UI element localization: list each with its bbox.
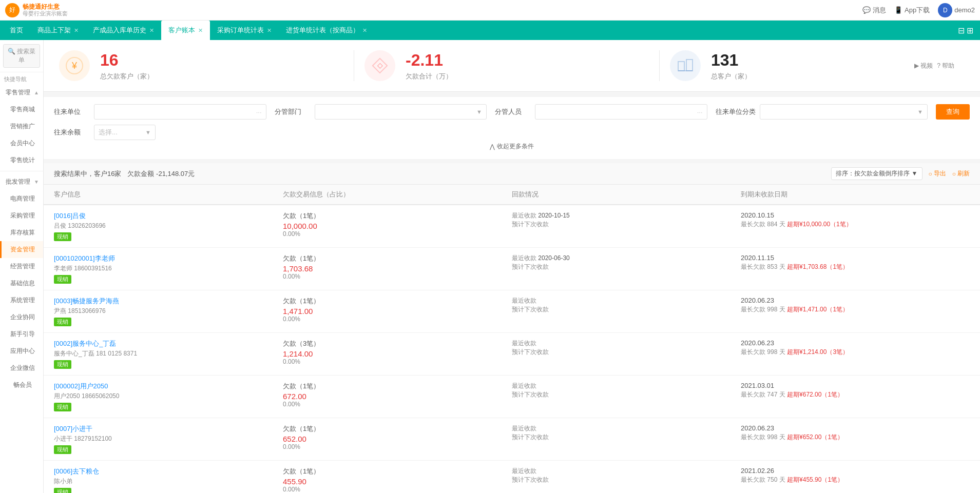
tab-products[interactable]: 商品上下架 ✕ bbox=[30, 21, 86, 40]
tab-purchase-order[interactable]: 采购订单统计表 ✕ bbox=[210, 21, 279, 40]
sidebar-item-basic-info[interactable]: 基础信息 bbox=[0, 275, 43, 292]
help-icon: ? bbox=[937, 62, 940, 69]
sidebar-item-ecommerce[interactable]: 电商管理 bbox=[0, 190, 43, 207]
customer-tag-3: 现销 bbox=[54, 360, 71, 369]
max-overdue-5: 最长欠款 998 天 超期¥652.00（1笔） bbox=[741, 433, 970, 442]
sidebar-item-enterprise-wechat[interactable]: 企业微信 bbox=[0, 360, 43, 377]
help-button[interactable]: ? 帮助 bbox=[937, 62, 954, 70]
stat-info-total: 131 总客户（家） bbox=[711, 51, 904, 81]
last-collection-6: 最近收款 bbox=[512, 467, 741, 476]
sidebar-item-system-mgmt[interactable]: 系统管理 bbox=[0, 292, 43, 309]
debt-info-2: 欠款（1笔） 1,471.00 0.00% bbox=[283, 297, 512, 323]
tab-stock-report[interactable]: 进货单统计表（按商品） ✕ bbox=[279, 21, 374, 40]
overdue-link-6[interactable]: 超期¥455.90（1笔） bbox=[787, 476, 843, 483]
debt-count-1: 欠款（1笔） bbox=[283, 254, 512, 263]
sidebar-item-member-center[interactable]: 会员中心 bbox=[0, 135, 43, 152]
customer-name-1[interactable]: [0001020001]李老师 bbox=[54, 254, 115, 262]
overdue-link-4[interactable]: 超期¥672.00（1笔） bbox=[787, 391, 843, 398]
close-stock-report-icon[interactable]: ✕ bbox=[362, 27, 367, 34]
stat-actions: ▶ 视频 ? 帮助 bbox=[914, 62, 954, 70]
customer-info-3: [0002]服务中心_丁磊 服务中心_丁磊 181 0125 8371 现销 bbox=[54, 339, 283, 369]
tab-products-label: 商品上下架 bbox=[37, 26, 71, 35]
next-collection-4: 预计下次收款 bbox=[512, 390, 741, 399]
header-customer-info: 客户信息 bbox=[54, 190, 283, 199]
debt-info-4: 欠款（1笔） 672.00 0.00% bbox=[283, 382, 512, 408]
customer-name-6[interactable]: [0006]去下粮仓 bbox=[54, 467, 99, 475]
last-collection-5: 最近收款 bbox=[512, 424, 741, 433]
video-button[interactable]: ▶ 视频 bbox=[914, 62, 933, 70]
customer-name-0[interactable]: [0016]吕俊 bbox=[54, 212, 86, 220]
export-icon: ○ bbox=[929, 170, 932, 178]
stat-label-debt: 欠款合计（万） bbox=[406, 72, 649, 81]
sidebar-item-marketing[interactable]: 营销推广 bbox=[0, 118, 43, 135]
overdue-link-2[interactable]: 超期¥1,471.00（1笔） bbox=[787, 306, 849, 313]
customer-phone-1: 李老师 18600391516 bbox=[54, 264, 283, 273]
close-products-icon[interactable]: ✕ bbox=[74, 27, 79, 34]
sidebar-item-retail-store[interactable]: 零售商城 bbox=[0, 101, 43, 118]
export-button[interactable]: ○ 导出 bbox=[929, 169, 946, 178]
search-button[interactable]: 查询 bbox=[936, 104, 970, 120]
filter-select-dept[interactable]: ▼ bbox=[315, 104, 487, 120]
filter-select-balance[interactable]: 选择... ▼ bbox=[94, 125, 156, 140]
sidebar-item-purchase-mgmt[interactable]: 采购管理 bbox=[0, 207, 43, 224]
customer-tag-0: 现销 bbox=[54, 232, 71, 241]
close-customer-account-icon[interactable]: ✕ bbox=[198, 27, 203, 34]
tab-production[interactable]: 产成品入库单历史 ✕ bbox=[86, 21, 161, 40]
customer-name-3[interactable]: [0002]服务中心_丁磊 bbox=[54, 340, 116, 347]
stat-card-total: 131 总客户（家） ▶ 视频 ? 帮助 bbox=[660, 50, 965, 81]
overdue-link-0[interactable]: 超期¥10,000.00（1笔） bbox=[787, 221, 852, 228]
sidebar-item-retail-mgmt[interactable]: 零售管理▲ bbox=[0, 84, 43, 101]
sidebar-item-ops-mgmt[interactable]: 经营管理 bbox=[0, 258, 43, 275]
user-menu[interactable]: D demo2 bbox=[938, 3, 975, 17]
app-download-button[interactable]: 📱 App下载 bbox=[894, 6, 930, 15]
customer-name-2[interactable]: [0003]畅捷服务尹海燕 bbox=[54, 297, 119, 305]
sidebar-item-app-center[interactable]: 应用中心 bbox=[0, 343, 43, 360]
message-icon: 💬 bbox=[862, 6, 871, 14]
window-restore-icon[interactable]: ⊟ bbox=[958, 26, 965, 35]
collapse-button[interactable]: ⋀ 收起更多条件 bbox=[490, 142, 534, 151]
results-bar: 搜索结果中，客户16家 欠款金额 -21,148.07元 排序：按欠款金额倒序排… bbox=[44, 163, 980, 185]
message-button[interactable]: 💬 消息 bbox=[862, 6, 886, 15]
store-selector[interactable]: 母婴行业演示账套 bbox=[23, 10, 68, 17]
tab-production-label: 产成品入库单历史 bbox=[93, 26, 146, 35]
sidebar-item-capital-mgmt[interactable]: 资金管理 bbox=[0, 241, 43, 258]
overdue-link-5[interactable]: 超期¥652.00（1笔） bbox=[787, 433, 843, 441]
balance-dropdown-icon: ▼ bbox=[145, 129, 151, 135]
sidebar-item-inventory[interactable]: 库存核算 bbox=[0, 224, 43, 241]
sidebar-item-vip-member[interactable]: 畅会员 bbox=[0, 377, 43, 393]
max-overdue-2: 最长欠款 998 天 超期¥1,471.00（1笔） bbox=[741, 305, 970, 314]
tab-customer-account[interactable]: 客户账本 ✕ bbox=[161, 21, 210, 40]
sidebar-item-batch-mgmt[interactable]: 批发管理▼ bbox=[0, 173, 43, 190]
sort-select[interactable]: 排序：按欠款金额倒序排序 ▼ bbox=[831, 167, 922, 180]
customer-name-5[interactable]: [0007]小进干 bbox=[54, 425, 92, 432]
header-collection: 回款情况 bbox=[512, 190, 741, 199]
overdue-link-3[interactable]: 超期¥1,214.00（3笔） bbox=[787, 348, 849, 356]
filter-input-unit[interactable]: ··· bbox=[94, 104, 266, 120]
next-collection-1: 预计下次收款 bbox=[512, 263, 741, 271]
customer-name-4[interactable]: [000002]用户2050 bbox=[54, 382, 108, 390]
results-amount: 欠款金额 -21,148.07元 bbox=[127, 169, 195, 179]
debt-percent-0: 0.00% bbox=[283, 230, 512, 238]
collection-0: 最近收款 2020-10-15 预计下次收款 bbox=[512, 211, 741, 229]
overdue-date-1: 2020.11.15 bbox=[741, 254, 970, 262]
sidebar-item-retail-stats[interactable]: 零售统计 bbox=[0, 152, 43, 169]
next-collection-6: 预计下次收款 bbox=[512, 476, 741, 484]
tab-home[interactable]: 首页 bbox=[3, 21, 30, 40]
overdue-link-1[interactable]: 超期¥1,703.68（1笔） bbox=[787, 263, 849, 270]
due-date-4: 2021.03.01 最长欠款 747 天 超期¥672.00（1笔） bbox=[741, 382, 970, 399]
refresh-button[interactable]: ○ 刷新 bbox=[952, 169, 970, 178]
filter-select-category[interactable]: ▼ bbox=[760, 104, 928, 120]
max-overdue-0: 最长欠款 884 天 超期¥10,000.00（1笔） bbox=[741, 220, 970, 229]
data-table: 客户信息 欠款交易信息（占比） 回款情况 到期未收款日期 [0016]吕俊 吕俊… bbox=[44, 185, 980, 493]
search-menu-button[interactable]: 🔍 搜索菜单 bbox=[3, 44, 40, 68]
close-purchase-order-icon[interactable]: ✕ bbox=[267, 27, 272, 34]
filter-input-person[interactable]: ··· bbox=[535, 104, 707, 120]
svg-rect-5 bbox=[686, 60, 693, 71]
due-date-2: 2020.06.23 最长欠款 998 天 超期¥1,471.00（1笔） bbox=[741, 297, 970, 314]
debt-amount-4: 672.00 bbox=[283, 392, 512, 401]
sidebar-item-enterprise-collab[interactable]: 企业协同 bbox=[0, 309, 43, 326]
sidebar-item-newbie[interactable]: 新手引导 bbox=[0, 326, 43, 343]
close-production-icon[interactable]: ✕ bbox=[149, 27, 154, 34]
top-bar-right: 💬 消息 📱 App下载 D demo2 bbox=[862, 3, 975, 17]
window-maximize-icon[interactable]: ⊞ bbox=[967, 26, 973, 35]
